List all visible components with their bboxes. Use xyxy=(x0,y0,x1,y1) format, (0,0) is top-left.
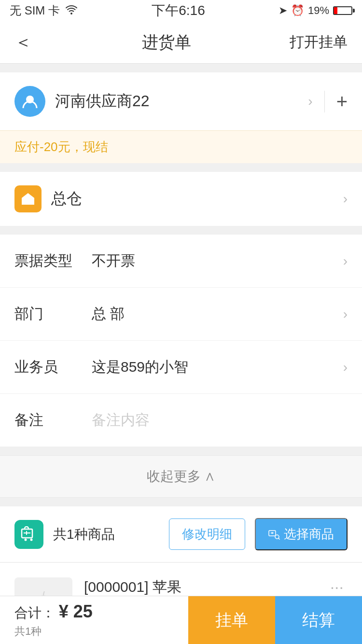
form-section: 票据类型 不开票 › 部门 总 部 › 业务员 这是859的小智 › 备注 备注… xyxy=(0,235,362,447)
total-row: 合计： ¥ 25 xyxy=(14,602,174,622)
nav-bar: ＜ 进货单 打开挂单 xyxy=(0,21,362,64)
status-bar: 无 SIM 卡 下午6:16 ➤ ⏰ 19% xyxy=(0,0,362,21)
remark-placeholder: 备注内容 xyxy=(82,410,348,430)
invoice-label: 票据类型 xyxy=(14,251,82,271)
invoice-chevron-icon: › xyxy=(343,253,348,269)
svg-rect-1 xyxy=(26,201,30,205)
department-value: 总 部 xyxy=(82,304,343,324)
staff-row[interactable]: 业务员 这是859的小智 › xyxy=(0,341,362,394)
add-supplier-button[interactable]: + xyxy=(324,91,348,112)
select-product-icon xyxy=(268,529,280,540)
bottom-bar: 合计： ¥ 25 共1种 挂单 结算 xyxy=(0,596,362,644)
supplier-chevron-icon: › xyxy=(308,94,312,109)
invoice-type-row[interactable]: 票据类型 不开票 › xyxy=(0,235,362,288)
hang-button[interactable]: 挂单 xyxy=(188,596,275,644)
department-label: 部门 xyxy=(14,304,82,324)
supplier-avatar xyxy=(14,86,45,117)
product-name: [0000001] 苹果 xyxy=(84,577,315,597)
remark-row[interactable]: 备注 备注内容 xyxy=(0,394,362,447)
total-amount: ¥ 25 xyxy=(59,602,93,621)
warehouse-chevron-icon: › xyxy=(343,191,348,207)
staff-value: 这是859的小智 xyxy=(82,357,343,377)
product-count-label: 共1种商品 xyxy=(53,525,159,544)
open-hang-button[interactable]: 打开挂单 xyxy=(290,32,348,52)
select-product-label: 选择商品 xyxy=(284,526,334,543)
department-chevron-icon: › xyxy=(343,307,348,322)
staff-label: 业务员 xyxy=(14,357,82,377)
page-title: 进货单 xyxy=(142,31,191,54)
total-count: 共1种 xyxy=(14,624,174,639)
product-cart-icon xyxy=(14,520,43,549)
supplier-name: 河南供应商22 xyxy=(55,91,308,112)
alarm-icon: ⏰ xyxy=(291,4,304,17)
total-label: 合计： xyxy=(14,605,55,620)
status-time: 下午6:16 xyxy=(152,1,205,20)
battery-icon xyxy=(333,6,352,15)
remark-label: 备注 xyxy=(14,410,82,430)
warehouse-row[interactable]: 总仓 › xyxy=(0,172,362,226)
warehouse-section[interactable]: 总仓 › xyxy=(0,172,362,226)
carrier-text: 无 SIM 卡 xyxy=(10,3,60,18)
svg-point-3 xyxy=(25,538,27,541)
total-section: 合计： ¥ 25 共1种 xyxy=(0,602,188,639)
edit-detail-button[interactable]: 修改明细 xyxy=(169,518,245,550)
warehouse-name: 总仓 xyxy=(51,188,343,210)
product-menu-button[interactable]: ··· xyxy=(326,577,348,596)
location-icon: ➤ xyxy=(278,4,287,17)
wifi-icon xyxy=(65,4,78,17)
supplier-notice: 应付-20元，现结 xyxy=(0,130,362,163)
supplier-section: 河南供应商22 › + 应付-20元，现结 xyxy=(0,72,362,163)
status-carrier: 无 SIM 卡 xyxy=(10,3,78,18)
department-row[interactable]: 部门 总 部 › xyxy=(0,288,362,341)
staff-chevron-icon: › xyxy=(343,360,348,375)
collapse-bar[interactable]: 收起更多 ∧ xyxy=(0,455,362,498)
back-button[interactable]: ＜ xyxy=(14,30,43,54)
status-icons: ➤ ⏰ 19% xyxy=(278,4,352,17)
invoice-value: 不开票 xyxy=(82,251,343,271)
svg-point-4 xyxy=(30,538,33,541)
supplier-row[interactable]: 河南供应商22 › + xyxy=(0,72,362,130)
product-header: 共1种商品 修改明细 选择商品 xyxy=(0,506,362,562)
warehouse-icon xyxy=(14,185,42,212)
svg-point-6 xyxy=(275,535,279,539)
battery-percent: 19% xyxy=(308,4,329,17)
checkout-button[interactable]: 结算 xyxy=(275,596,362,644)
select-product-button[interactable]: 选择商品 xyxy=(255,518,348,550)
